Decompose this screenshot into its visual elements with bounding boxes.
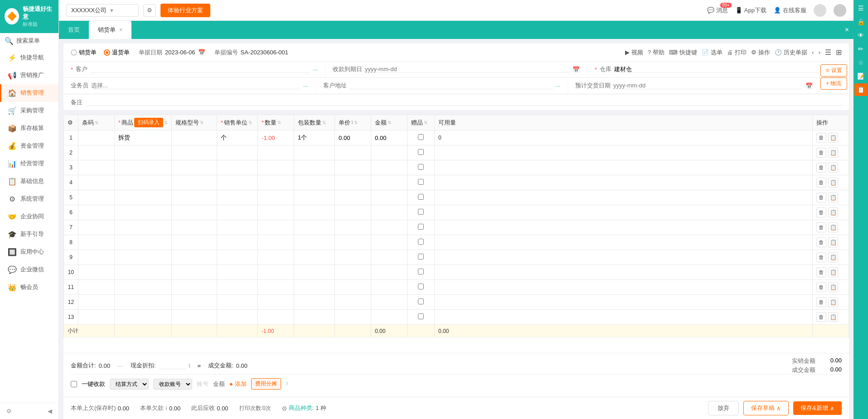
view-list-button[interactable]: ☰: [825, 48, 831, 57]
tab-home[interactable]: 首页: [59, 21, 89, 39]
row-packqty-5[interactable]: [294, 190, 335, 205]
row-amount-10[interactable]: [371, 265, 407, 280]
row-unitprice-8[interactable]: [335, 235, 371, 250]
col-settings[interactable]: ⚙: [64, 115, 78, 130]
scan-button[interactable]: 扫码录入: [134, 118, 163, 127]
row-delete-icon-2[interactable]: 🗑: [816, 148, 826, 158]
row-barcode-3[interactable]: [78, 160, 115, 175]
row-amount-7[interactable]: [371, 220, 407, 235]
sidebar-collapse-icon[interactable]: ◀: [48, 408, 52, 414]
customer-ellipsis-btn[interactable]: ···: [313, 66, 318, 73]
print-button[interactable]: 🖨 打印: [727, 48, 747, 57]
row-product-5[interactable]: [115, 190, 172, 205]
row-spec-8[interactable]: [172, 235, 217, 250]
sidebar-item-enterprise[interactable]: 🤝 企业协同: [0, 208, 58, 226]
gift-sort-icon[interactable]: ⇅: [424, 120, 427, 125]
row-quantity-11[interactable]: [258, 280, 294, 295]
row-unitprice-1[interactable]: [335, 130, 371, 145]
row-copy-icon-12[interactable]: 📋: [828, 297, 838, 307]
row-delete-icon-6[interactable]: 🗑: [816, 207, 826, 217]
row-copy-icon-10[interactable]: 📋: [828, 267, 838, 277]
row-copy-icon-2[interactable]: 📋: [828, 148, 838, 158]
row-product-13[interactable]: [115, 310, 172, 325]
row-product-12[interactable]: [115, 295, 172, 310]
row-spec-1[interactable]: [172, 130, 217, 145]
row-amount-6[interactable]: [371, 205, 407, 220]
unit-sort-icon[interactable]: ⇅: [248, 120, 252, 125]
row-amount-1[interactable]: [371, 130, 407, 145]
row-packqty-10[interactable]: [294, 265, 335, 280]
right-panel-list-icon[interactable]: ☰: [854, 2, 867, 14]
row-delete-icon-11[interactable]: 🗑: [816, 282, 826, 292]
row-product-4[interactable]: [115, 175, 172, 190]
customer-input[interactable]: [90, 66, 310, 73]
bill-date-calendar-icon[interactable]: 📅: [198, 49, 205, 56]
row-copy-icon-3[interactable]: 📋: [828, 163, 838, 173]
row-unit-10[interactable]: [217, 265, 258, 280]
history-button[interactable]: 🕐 历史单据: [775, 48, 807, 57]
row-gift-11[interactable]: [407, 280, 435, 295]
sidebar-settings-icon[interactable]: ⚙: [6, 408, 12, 414]
barcode-sort-icon[interactable]: ⇅: [95, 120, 98, 125]
packqty-sort-icon[interactable]: ⇅: [322, 120, 326, 125]
row-quantity-3[interactable]: [258, 160, 294, 175]
row-unit-1[interactable]: [217, 130, 258, 145]
row-quantity-1[interactable]: [258, 130, 294, 145]
payment-account-select[interactable]: 收款账号: [153, 379, 192, 390]
save-draft-button[interactable]: 保存草稿 ∧: [743, 401, 789, 415]
row-quantity-10[interactable]: [258, 265, 294, 280]
row-delete-icon-5[interactable]: 🗑: [816, 193, 826, 202]
row-barcode-13[interactable]: [78, 310, 115, 325]
nav-next-button[interactable]: ›: [819, 49, 820, 56]
try-industry-button[interactable]: 体验行业方案: [160, 4, 210, 17]
sidebar-item-search[interactable]: 🔍 搜索菜单: [0, 33, 58, 49]
row-gift-7[interactable]: [407, 220, 435, 235]
discard-button[interactable]: 放弃: [708, 401, 739, 415]
tab-sales-order[interactable]: 销货单 ×: [89, 21, 131, 39]
row-product-10[interactable]: [115, 265, 172, 280]
amount-sort-icon[interactable]: ⇅: [388, 120, 391, 125]
row-quantity-8[interactable]: [258, 235, 294, 250]
row-gift-3[interactable]: [407, 160, 435, 175]
help-button[interactable]: ? 帮助: [648, 48, 664, 57]
row-amount-11[interactable]: [371, 280, 407, 295]
row-barcode-4[interactable]: [78, 175, 115, 190]
right-panel-lock-icon[interactable]: 🔒: [854, 15, 867, 28]
message-button[interactable]: 💬 消息 99+: [707, 6, 728, 14]
row-unit-12[interactable]: [217, 295, 258, 310]
nav-prev-button[interactable]: ‹: [812, 49, 814, 56]
sidebar-item-appcenter[interactable]: 🔲 应用中心: [0, 243, 58, 261]
sidebar-item-wechat[interactable]: 💬 企业微信: [0, 261, 58, 279]
row-product-9[interactable]: [115, 250, 172, 265]
sidebar-item-purchase[interactable]: 🛒 采购管理: [0, 102, 58, 120]
sidebar-item-member[interactable]: 👑 畅会员: [0, 279, 58, 296]
row-barcode-5[interactable]: [78, 190, 115, 205]
row-copy-icon-11[interactable]: 📋: [828, 282, 838, 292]
row-unitprice-3[interactable]: [335, 160, 371, 175]
row-gift-5[interactable]: [407, 190, 435, 205]
row-barcode-12[interactable]: [78, 295, 115, 310]
row-spec-7[interactable]: [172, 220, 217, 235]
row-unit-5[interactable]: [217, 190, 258, 205]
select-bill-button[interactable]: 📄 选单: [702, 48, 723, 57]
row-barcode-10[interactable]: [78, 265, 115, 280]
row-product-11[interactable]: [115, 280, 172, 295]
row-packqty-6[interactable]: [294, 205, 335, 220]
row-unitprice-12[interactable]: [335, 295, 371, 310]
return-order-radio[interactable]: 退货单: [104, 48, 130, 57]
discount-info-icon[interactable]: ℹ: [189, 363, 190, 369]
sidebar-item-basics[interactable]: 📋 基础信息: [0, 173, 58, 190]
row-quantity-5[interactable]: [258, 190, 294, 205]
row-packqty-11[interactable]: [294, 280, 335, 295]
payment-method-select[interactable]: 结算方式: [110, 379, 149, 390]
row-product-7[interactable]: [115, 220, 172, 235]
salesperson-input[interactable]: [91, 82, 301, 89]
row-gift-10[interactable]: [407, 265, 435, 280]
right-panel-pen-icon[interactable]: ✏: [854, 43, 867, 55]
row-barcode-6[interactable]: [78, 205, 115, 220]
price-info-icon[interactable]: ℹ: [351, 120, 353, 125]
row-spec-2[interactable]: [172, 145, 217, 160]
row-unit-13[interactable]: [217, 310, 258, 325]
row-unitprice-10[interactable]: [335, 265, 371, 280]
row-quantity-6[interactable]: [258, 205, 294, 220]
